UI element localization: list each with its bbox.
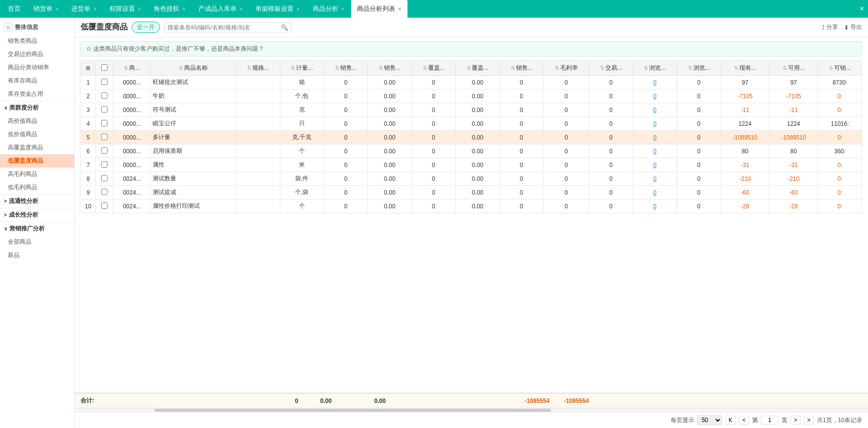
row-browse1[interactable]: 0 — [633, 144, 677, 158]
row-select-checkbox[interactable] — [101, 161, 108, 168]
th-cover1[interactable]: ⇅覆盖... — [411, 61, 455, 76]
sidebar-group-marketing[interactable]: ∨ 营销推广分析 — [0, 222, 74, 235]
th-cover2[interactable]: ⇅覆盖... — [456, 61, 499, 76]
page-number-input[interactable] — [761, 416, 779, 425]
th-sales2[interactable]: ⇅销售... — [368, 61, 411, 76]
row-checkbox[interactable] — [96, 186, 113, 200]
sidebar-group-class-analysis[interactable]: ∨ 类群度分析 — [0, 101, 74, 114]
table-container[interactable]: ⚙ ⇅商... ⇅商品名称 ⇅规格... ⇅计量... ⇅销售... ⇅销售..… — [81, 60, 862, 393]
th-spec[interactable]: ⇅规格... — [236, 61, 280, 76]
sidebar-item-stock-goods[interactable]: 有库存商品 — [0, 74, 74, 87]
filter-recent-month-btn[interactable]: 近一月 — [132, 22, 160, 33]
row-browse1[interactable]: 0 — [633, 131, 677, 144]
row-checkbox[interactable] — [96, 103, 113, 117]
row-select-checkbox[interactable] — [101, 106, 108, 113]
row-checkbox[interactable] — [96, 89, 113, 103]
last-page-btn[interactable]: > — [804, 416, 814, 425]
row-select-checkbox[interactable] — [101, 134, 108, 140]
sidebar-item-traded-goods[interactable]: 交易过的商品 — [0, 48, 74, 61]
row-select-checkbox[interactable] — [101, 147, 108, 154]
nav-permissions[interactable]: 权限设置 × — [104, 0, 147, 18]
nav-sales-order[interactable]: 销货单 × — [27, 0, 64, 18]
row-browse1[interactable]: 0 — [633, 117, 677, 131]
row-select-checkbox[interactable] — [101, 175, 108, 181]
nav-purchase-order[interactable]: 进货单 × — [65, 0, 102, 18]
sidebar-item-high-value[interactable]: 高价值商品 — [0, 114, 74, 128]
row-checkbox[interactable] — [96, 172, 113, 186]
select-all-checkbox[interactable] — [101, 64, 108, 71]
row-stock: 80 — [721, 144, 769, 158]
row-sellable: 360: — [818, 144, 862, 158]
sidebar-collapse-btn[interactable]: « — [4, 23, 13, 31]
row-browse1[interactable]: 0 — [633, 158, 677, 172]
row-select-checkbox[interactable] — [101, 189, 108, 195]
nav-role-auth[interactable]: 角色授权 × — [148, 0, 191, 18]
sidebar-group-growth[interactable]: > 成长性分析 — [0, 208, 74, 222]
row-select-checkbox[interactable] — [101, 202, 108, 209]
th-stock[interactable]: ⇅现有... — [721, 61, 769, 76]
search-input[interactable] — [167, 24, 279, 31]
row-browse1[interactable]: 0 — [633, 186, 677, 200]
nav-close-purchase[interactable]: × — [93, 6, 96, 12]
sidebar-item-category-rate[interactable]: 商品分类动销率 — [0, 61, 74, 74]
sidebar-item-high-coverage[interactable]: 高覆盖度商品 — [0, 141, 74, 154]
th-margin[interactable]: ⇅毛利率 — [543, 61, 589, 76]
sidebar-item-new-goods[interactable]: 新品 — [0, 249, 74, 262]
row-checkbox[interactable] — [96, 144, 113, 158]
th-sales3[interactable]: ⇅销售... — [499, 61, 543, 76]
sidebar-item-low-coverage[interactable]: 低覆盖度商品 — [0, 154, 74, 168]
nav-product-analysis-list[interactable]: 商品分析列表 × — [351, 0, 407, 18]
nav-home[interactable]: 首页 — [2, 0, 27, 18]
th-sales1[interactable]: ⇅销售... — [324, 61, 368, 76]
page-size-select[interactable]: 50 100 200 — [697, 415, 722, 425]
sidebar-item-all-goods[interactable]: 全部商品 — [0, 235, 74, 249]
row-select-checkbox[interactable] — [101, 120, 108, 126]
search-icon[interactable]: 🔍 — [281, 24, 288, 31]
th-settings[interactable]: ⚙ — [81, 61, 96, 76]
horizontal-scrollbar[interactable] — [75, 408, 868, 412]
sidebar-item-low-margin[interactable]: 低毛利商品 — [0, 181, 74, 194]
nav-template-settings[interactable]: 单据模板设置 × — [249, 0, 305, 18]
nav-product-analysis[interactable]: 商品分析 × — [307, 0, 350, 18]
prev-page-btn[interactable]: < — [739, 416, 749, 425]
nav-close-analysis-list[interactable]: × — [398, 6, 401, 12]
export-btn[interactable]: ⬇ 导出 — [844, 23, 862, 31]
sidebar-item-sales-goods[interactable]: 销售类商品 — [0, 34, 74, 48]
nav-product-warehouse[interactable]: 产成品入库单 × — [192, 0, 248, 18]
row-checkbox[interactable] — [96, 131, 113, 144]
row-select-checkbox[interactable] — [101, 92, 108, 99]
nav-close-permissions[interactable]: × — [138, 6, 141, 12]
row-checkbox[interactable] — [96, 76, 113, 89]
row-checkbox[interactable] — [96, 200, 113, 213]
th-trade[interactable]: ⇅交易... — [589, 61, 633, 76]
nav-close-template[interactable]: × — [297, 6, 299, 12]
row-browse1[interactable]: 0 — [633, 103, 677, 117]
th-browse2[interactable]: ⇅浏览... — [677, 61, 721, 76]
th-checkbox[interactable] — [96, 61, 113, 76]
first-page-btn[interactable]: K — [725, 416, 736, 425]
row-select-checkbox[interactable] — [101, 79, 108, 85]
th-name[interactable]: ⇅商品名称 — [151, 61, 236, 76]
share-btn[interactable]: ⤴ 分享 — [822, 23, 838, 31]
row-browse1[interactable]: 0 — [633, 200, 677, 213]
nav-close-role[interactable]: × — [182, 6, 185, 12]
row-browse1[interactable]: 0 — [633, 89, 677, 103]
row-checkbox[interactable] — [96, 158, 113, 172]
sidebar-item-fund-usage[interactable]: 库存资金占用 — [0, 87, 74, 101]
th-code[interactable]: ⇅商... — [113, 61, 151, 76]
row-browse1[interactable]: 0 — [633, 76, 677, 89]
close-all-tabs[interactable]: × — [860, 4, 864, 13]
th-avail[interactable]: ⇅可用... — [769, 61, 818, 76]
sidebar-item-high-margin[interactable]: 高毛利商品 — [0, 168, 74, 181]
next-page-btn[interactable]: > — [790, 416, 801, 425]
sidebar-item-low-value[interactable]: 低价值商品 — [0, 128, 74, 141]
nav-close-analysis[interactable]: × — [341, 6, 344, 12]
th-browse1[interactable]: ⇅浏览... — [633, 61, 677, 76]
row-checkbox[interactable] — [96, 117, 113, 131]
sidebar-group-liquidity[interactable]: > 流通性分析 — [0, 194, 74, 208]
th-sellable[interactable]: ⇅可销... — [818, 61, 862, 76]
row-browse1[interactable]: 0 — [633, 172, 677, 186]
nav-close-sales-order[interactable]: × — [55, 6, 58, 12]
th-unit[interactable]: ⇅计量... — [280, 61, 324, 76]
nav-close-warehouse[interactable]: × — [240, 6, 243, 12]
